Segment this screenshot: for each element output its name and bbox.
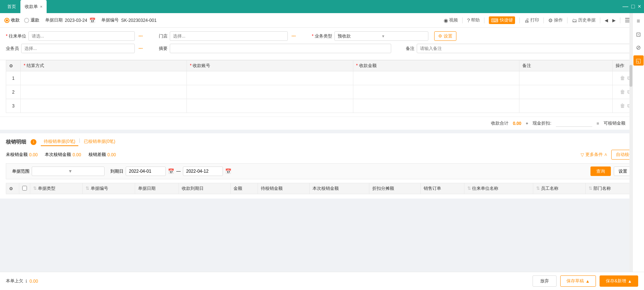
staff-input[interactable] [21, 44, 135, 53]
btn-history[interactable]: 🗂 历史单据 [572, 17, 596, 23]
hexiao-info-icon[interactable]: i [31, 139, 36, 145]
row-settlement-2[interactable] [21, 85, 187, 99]
rp-icon-attach[interactable]: ⊘ [633, 42, 644, 52]
rp-icon-table[interactable]: ≡ [633, 16, 644, 26]
filter-settings-label: 设置 [619, 169, 627, 174]
number-field: 单据编号 SK-20230324-001 [101, 17, 156, 23]
btn-more-conditions[interactable]: ▽ 更多条件 ∧ [581, 152, 608, 158]
stat-unchecked-label: 未核销金额 [6, 152, 28, 158]
tab-done[interactable]: 已核销单据(0笔) [81, 138, 118, 146]
filter-date-start-input[interactable] [126, 166, 166, 176]
table-header-row: ⚙ * 结算方式 * 收款账号 * 收款金额 备注 操作 [6, 60, 638, 71]
filter-date-end-input[interactable] [183, 166, 223, 176]
row-delete-icon-3[interactable]: 🗑 [620, 103, 625, 109]
bt-col-amount-label: 金额 [233, 186, 242, 191]
remark-label: 备注 [406, 46, 415, 52]
row-account-3[interactable] [187, 99, 353, 113]
bt-col-current: 本次核销金额 [309, 183, 369, 194]
btn-query[interactable]: 查询 [590, 166, 611, 176]
store-input[interactable] [170, 31, 288, 41]
form-row-1: 往来单位 ··· 门店 ··· 业务类型 预收款 ▼ ⚙ 设置 [6, 31, 638, 41]
row-amount-3[interactable] [353, 99, 519, 113]
summary-discount-input[interactable] [556, 120, 592, 127]
bt-col-bill-type-label: 单据类型 [38, 186, 55, 191]
btn-action-label: 操作 [554, 17, 563, 23]
bt-select-all[interactable] [22, 186, 27, 191]
rp-icon-clipboard[interactable]: ⊡ [633, 29, 644, 39]
stat-current-val: 0.00 [72, 152, 81, 157]
radio-receipt[interactable]: 收款 [4, 17, 20, 23]
save-new-arrow-icon: ▲ [628, 279, 632, 284]
footer-info-icon[interactable]: ℹ [25, 279, 27, 284]
btn-print[interactable]: 🖨 打印 [524, 17, 539, 23]
row-delete-icon-1[interactable]: 🗑 [620, 75, 625, 81]
btn-help-label: 帮助 [471, 17, 480, 23]
partner-label: 往来单位 [6, 33, 26, 39]
window-max-icon[interactable]: □ [631, 3, 635, 10]
bt-col-dept-label: 部门名称 [593, 186, 611, 191]
partner-input[interactable] [28, 31, 135, 41]
summary-label: 摘要 [159, 46, 168, 52]
bt-col-gear[interactable]: ⚙ [6, 183, 19, 194]
row-remark-1[interactable] [519, 71, 612, 85]
bt-col-current-label: 本次核销金额 [313, 186, 339, 191]
biz-type-field: 业务类型 预收款 ▼ [312, 31, 428, 41]
list-view-icon[interactable]: ☰ [625, 17, 630, 24]
remark-input[interactable] [417, 44, 638, 53]
filter-range-select[interactable]: ▼ [32, 166, 105, 176]
section-divider [0, 130, 644, 133]
filter-range-label: 单据范围 [12, 168, 30, 175]
row-settlement-1[interactable] [21, 71, 187, 85]
partner-more-btn[interactable]: ··· [137, 33, 144, 39]
staff-field: 业务员 ··· [6, 44, 144, 53]
scrollbar-thumb[interactable] [629, 65, 632, 87]
row-settlement-3[interactable] [21, 99, 187, 113]
date-label: 单据日期 [45, 17, 63, 23]
nav-prev-icon[interactable]: ◀ [605, 18, 608, 23]
store-more-btn[interactable]: ··· [290, 33, 297, 39]
date-start-icon[interactable]: 📅 [168, 168, 174, 174]
tab-receipt[interactable]: 收款单 × [20, 0, 47, 13]
summary-input[interactable] [170, 44, 391, 53]
col-gear-header[interactable]: ⚙ [6, 60, 21, 71]
window-close-icon[interactable]: × [638, 3, 641, 10]
stat-diff: 核销差额 0.00 [89, 152, 116, 158]
table-row: 1 🗑 ⧉ [6, 71, 638, 85]
calendar-icon[interactable]: 📅 [89, 17, 95, 23]
form-settings-btn[interactable]: ⚙ 设置 [434, 31, 456, 41]
date-end-icon[interactable]: 📅 [225, 168, 231, 174]
row-amount-2[interactable] [353, 85, 519, 99]
btn-video[interactable]: ◉ 视频 [444, 17, 458, 23]
bt-col-sales-order-label: 销售订单 [424, 186, 441, 191]
btn-shortcut[interactable]: ⌨ 快捷键 [489, 16, 515, 24]
tab-close-icon[interactable]: × [40, 4, 42, 9]
bt-col-staff: ⇅ 员工名称 [533, 183, 585, 194]
tab-pending[interactable]: 待核销单据(0笔) [41, 138, 78, 146]
biz-type-select[interactable]: 预收款 ▼ [334, 31, 428, 41]
row-account-2[interactable] [187, 85, 353, 99]
shortcut-icon: ⌨ [491, 17, 498, 23]
row-account-1[interactable] [187, 71, 353, 85]
row-delete-icon-2[interactable]: 🗑 [620, 89, 625, 95]
window-min-icon[interactable]: — [623, 3, 628, 10]
footer-prev-val: 0.00 [30, 279, 38, 284]
radio-refund[interactable]: 退款 [24, 17, 39, 23]
btn-help[interactable]: ? 帮助 [467, 17, 480, 23]
btn-video-label: 视频 [449, 17, 458, 23]
rp-icon-expand[interactable]: ◱ [633, 55, 644, 66]
btn-save-draft[interactable]: 保存草稿 ▲ [560, 275, 596, 287]
btn-action[interactable]: ⚙ 操作 [548, 17, 563, 23]
tab-home[interactable]: 首页 [3, 0, 20, 13]
bt-col-checkbox[interactable] [19, 183, 30, 194]
hexiao-stats: 未核销金额 0.00 本次核销金额 0.00 核销差额 0.00 ▽ 更多条件 … [6, 150, 638, 160]
btn-save-new[interactable]: 保存&新增 ▲ [600, 275, 638, 287]
staff-more-btn[interactable]: ··· [137, 46, 144, 51]
tab-bar-right: — □ × [623, 3, 641, 10]
btn-abandon[interactable]: 放弃 [533, 275, 557, 287]
row-remark-2[interactable] [519, 85, 612, 99]
row-amount-1[interactable] [353, 71, 519, 85]
row-remark-3[interactable] [519, 99, 612, 113]
nav-next-icon[interactable]: ▶ [612, 18, 616, 23]
history-icon: 🗂 [572, 17, 577, 23]
separator2 [484, 17, 484, 23]
